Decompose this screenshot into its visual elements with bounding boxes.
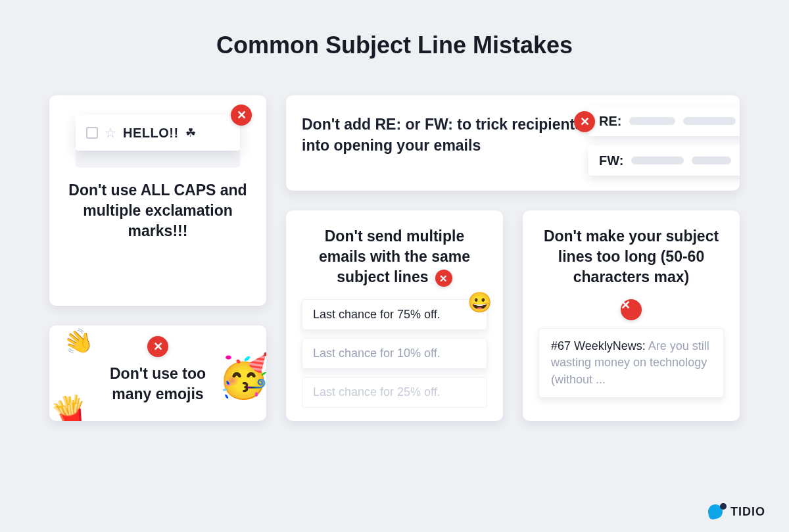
tip-text: Don't send multiple emails with the same… xyxy=(302,226,487,287)
page-title: Common Subject Line Mistakes xyxy=(0,32,789,59)
smiley-icon: 😀 xyxy=(467,291,492,314)
refw-row-re: RE: xyxy=(588,106,740,136)
error-icon xyxy=(574,111,595,132)
subject-strong: #67 WeeklyNews: xyxy=(551,339,648,352)
party-icon: 🥳 xyxy=(218,352,266,401)
email-row-example: ☆ HELLO!! ☘ xyxy=(76,115,240,151)
card-multiple-emails: Don't send multiple emails with the same… xyxy=(286,210,503,421)
brand-name: TIDIO xyxy=(730,505,765,519)
error-icon xyxy=(435,270,452,287)
subject-item: Last chance for 75% off. 😀 xyxy=(302,299,487,330)
star-icon: ☆ xyxy=(105,125,116,141)
long-subject-example: #67 WeeklyNews: Are you still wasting mo… xyxy=(538,328,724,398)
re-label: RE: xyxy=(599,114,621,129)
checkbox-icon xyxy=(86,127,98,139)
subject-item: Last chance for 10% off. xyxy=(302,338,487,369)
card-re-fw: Don't add RE: or FW: to trick recipients… xyxy=(286,95,740,191)
subject-list: Last chance for 75% off. 😀 Last chance f… xyxy=(302,299,487,408)
placeholder-pill xyxy=(631,157,684,164)
placeholder-pill xyxy=(683,117,736,125)
wave-icon: 👋 xyxy=(60,326,97,360)
brand-logo: TIDIO xyxy=(708,503,765,520)
clover-icon: ☘ xyxy=(185,126,196,140)
placeholder-pill xyxy=(629,117,675,125)
error-icon xyxy=(621,299,642,320)
example-subject-text: HELLO!! xyxy=(123,126,179,141)
card-too-long: Don't make your subject lines too long (… xyxy=(523,210,740,421)
refw-row-fw: FW: xyxy=(588,145,740,176)
error-icon xyxy=(147,336,168,357)
logo-icon xyxy=(708,503,725,520)
cards-grid: ☆ HELLO!! ☘ Don't use ALL CAPS and multi… xyxy=(49,95,756,421)
card-emojis: 👋 🍟 🥳 Don't use too many emojis xyxy=(49,326,266,421)
tip-text: Don't add RE: or FW: to trick recipients… xyxy=(302,114,585,156)
error-icon xyxy=(231,105,252,126)
card-all-caps: ☆ HELLO!! ☘ Don't use ALL CAPS and multi… xyxy=(49,95,266,306)
subject-text: Last chance for 75% off. xyxy=(313,308,441,321)
tip-text: Don't make your subject lines too long (… xyxy=(538,226,724,287)
placeholder-pill xyxy=(692,157,731,164)
subject-item: Last chance for 25% off. xyxy=(302,377,487,408)
fw-label: FW: xyxy=(599,153,623,168)
refw-example: RE: FW: xyxy=(588,106,740,185)
tip-text: Don't use ALL CAPS and multiple exclamat… xyxy=(65,180,251,241)
